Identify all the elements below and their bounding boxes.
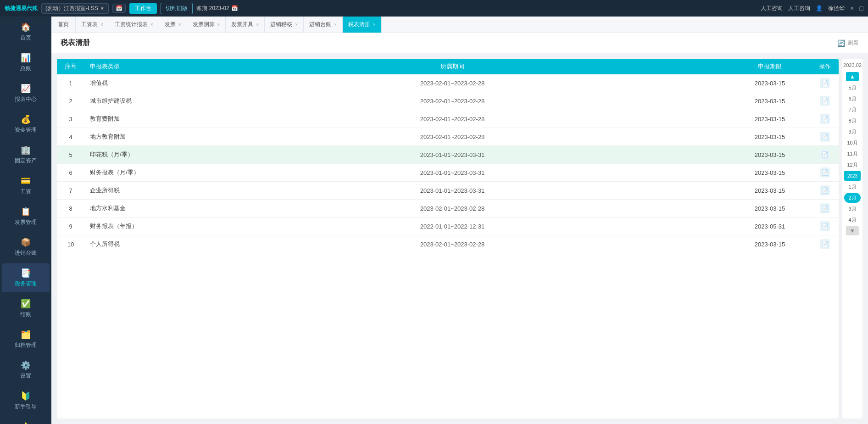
action-icon[interactable]: 📄 [820,150,830,160]
action-icon[interactable]: 📄 [820,221,830,231]
timeline-month-6[interactable]: 6月 [844,94,861,104]
fixed-icon: 🏢 [21,145,31,155]
cell-no: 10 [57,235,84,253]
refresh-btn[interactable]: 🔄 刷新 [837,39,859,47]
action-icon[interactable]: 📄 [820,203,830,213]
cell-deadline: 2023-03-15 [729,235,811,253]
timeline-month-12[interactable]: 12月 [844,160,861,170]
ai-consult-btn[interactable]: 人工咨询 [761,5,783,12]
sidebar-item-salary[interactable]: 💳 工资 [2,171,50,200]
cell-period: 2023-01-01~2023-03-31 [176,164,729,182]
sidebar-item-settle[interactable]: ✅ 结账 [2,294,50,323]
tab-home[interactable]: 首页 [51,17,76,33]
timeline-month-9[interactable]: 9月 [844,127,861,137]
table-row: 3 教育费附加 2023-02-01~2023-02-28 2023-03-15… [57,110,839,128]
cell-type: 城市维护建设税 [84,92,176,110]
tab-invoice-open[interactable]: 发票开具 × [226,17,265,33]
tab-salary-table[interactable]: 工资表 × [76,17,109,33]
action-icon[interactable]: 📄 [820,96,830,106]
page-title: 税表清册 [61,38,90,48]
tab-invoice-open-close[interactable]: × [256,22,259,27]
cell-no: 4 [57,128,84,146]
tab-salary-stats[interactable]: 工资统计报表 × [109,17,159,33]
cell-action[interactable]: 📄 [811,182,839,200]
action-icon[interactable]: 📄 [820,239,830,249]
tab-purchase-check-label: 进销稽核 [270,21,292,28]
cell-action[interactable]: 📄 [811,146,839,164]
sidebar-item-ledger[interactable]: 📊 总账 [2,48,50,77]
timeline-month-10[interactable]: 10月 [844,138,861,148]
action-icon[interactable]: 📄 [820,78,830,88]
timeline-month-8[interactable]: 8月 [844,116,861,126]
cell-action[interactable]: 📄 [811,110,839,128]
cell-type: 财务报表（月/季） [84,164,176,182]
tab-invoice[interactable]: 发票 × [159,17,187,33]
action-icon[interactable]: 📄 [820,132,830,142]
sidebar-item-archive[interactable]: 🗂️ 归档管理 [2,325,50,354]
timeline-month-1[interactable]: 1月 [844,182,861,192]
timeline-month-11[interactable]: 11月 [844,149,861,159]
cell-action[interactable]: 📄 [811,74,839,92]
tab-purchase-check[interactable]: 进销稽核 × [265,17,304,33]
tab-purchase-ledger-close[interactable]: × [334,22,337,27]
action-icon[interactable]: 📄 [820,114,830,124]
cell-action[interactable]: 📄 [811,92,839,110]
action-icon[interactable]: 📄 [820,185,830,195]
cell-action[interactable]: 📄 [811,128,839,146]
sidebar-item-fixed[interactable]: 🏢 固定资产 [2,140,50,169]
sidebar-item-fund[interactable]: 💰 资金管理 [2,110,50,139]
calendar-icon-btn[interactable]: 📅 [112,4,126,13]
tab-tax-clear-close[interactable]: × [373,22,376,27]
tab-tax-clear[interactable]: 税表清册 × [343,17,382,33]
company-selector[interactable]: (勿动）江西报宣-LSS ▼ [41,3,109,14]
cell-action[interactable]: 📄 [811,164,839,182]
timeline-month-5[interactable]: 5月 [844,83,861,93]
sidebar-item-label: 新手引导 [15,403,37,411]
refresh-label: 刷新 [848,39,859,47]
timeline-up-btn[interactable]: ▲ [846,72,859,81]
cell-no: 3 [57,110,84,128]
switch-old-button[interactable]: 切到旧版 [161,3,193,14]
cell-action[interactable]: 📄 [811,235,839,253]
cell-deadline: 2023-03-15 [729,146,811,164]
tab-purchase-check-close[interactable]: × [295,22,298,27]
tab-purchase-ledger[interactable]: 进销台账 × [304,17,343,33]
maximize-icon[interactable]: □ [860,5,863,12]
tab-salary-stats-close[interactable]: × [150,22,153,27]
timeline-month-2-active[interactable]: 2月 [844,193,861,203]
tab-invoice-calc-label: 发票测算 [193,21,215,28]
sidebar: 🏠 首页 📊 总账 📈 报表中心 💰 资金管理 🏢 固定资产 💳 工资 📋 发票… [0,17,51,424]
tab-invoice-calc-close[interactable]: × [217,22,220,27]
cell-period: 2023-02-01~2023-02-28 [176,74,729,92]
sidebar-item-guide[interactable]: 🔰 新手引导 [2,386,50,415]
sidebar-item-settings[interactable]: ⚙️ 设置 [2,356,50,385]
table-row: 10 个人所得税 2023-02-01~2023-02-28 2023-03-1… [57,235,839,253]
sidebar-item-member[interactable]: ⭐ 畅会员 [2,417,50,424]
sidebar-item-purchase[interactable]: 📦 进销台账 [2,233,50,262]
timeline-month-4[interactable]: 4月 [844,215,861,225]
timeline-month-3[interactable]: 3月 [844,204,861,214]
timeline-down-btn[interactable]: ▼ [846,226,859,235]
sidebar-item-report[interactable]: 📈 报表中心 [2,79,50,108]
close-window-icon[interactable]: × [850,5,854,12]
tab-invoice-close[interactable]: × [178,22,181,27]
sidebar-item-invoice[interactable]: 📋 发票管理 [2,202,50,231]
ai-consult-label[interactable]: 人工咨询 [788,5,810,12]
sidebar-item-home[interactable]: 🏠 首页 [2,17,50,46]
cell-deadline: 2023-03-15 [729,164,811,182]
workbench-button[interactable]: 工作台 [129,3,157,14]
tab-salary-table-close[interactable]: × [100,22,103,27]
cell-no: 2 [57,92,84,110]
tax-table: 序号 申报表类型 所属期间 申报期限 操作 1 增值税 2023-02-01~2… [57,59,839,253]
cell-type: 地方水利基金 [84,200,176,218]
sidebar-item-label: 设置 [20,372,31,380]
action-icon[interactable]: 📄 [820,167,830,178]
sidebar-item-label: 归档管理 [15,341,37,349]
sidebar-item-tax[interactable]: 📑 税务管理 [2,263,50,292]
company-name: (勿动）江西报宣-LSS [45,5,98,12]
timeline-month-7[interactable]: 7月 [844,105,861,115]
cell-action[interactable]: 📄 [811,200,839,218]
timeline-year-2023: 2023 [844,171,861,181]
tab-invoice-calc[interactable]: 发票测算 × [187,17,226,33]
cell-action[interactable]: 📄 [811,218,839,235]
